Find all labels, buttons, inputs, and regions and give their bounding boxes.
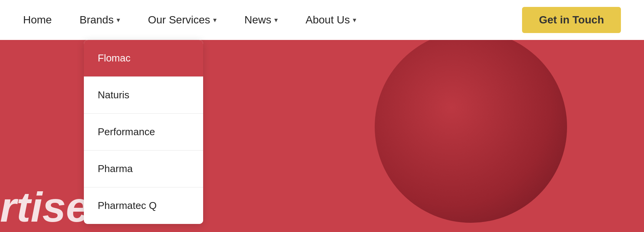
navbar: Home Brands ▾ Our Services ▾ News ▾ Abou… bbox=[0, 0, 644, 40]
dropdown-item[interactable]: Pharma bbox=[84, 151, 203, 187]
nav-about-us-label: About Us bbox=[305, 14, 350, 26]
nav-brands[interactable]: Brands ▾ bbox=[66, 0, 134, 40]
nav-news-label: News bbox=[244, 14, 271, 26]
nav-our-services[interactable]: Our Services ▾ bbox=[134, 0, 230, 40]
dropdown-item[interactable]: Performance bbox=[84, 114, 203, 151]
chevron-down-icon: ▾ bbox=[213, 16, 217, 24]
nav-our-services-label: Our Services bbox=[148, 14, 210, 26]
nav-about-us[interactable]: About Us ▾ bbox=[292, 0, 370, 40]
nav-home[interactable]: Home bbox=[23, 0, 66, 40]
nav-home-label: Home bbox=[23, 14, 52, 26]
brands-dropdown: FlomacNaturisPerformancePharmaPharmatec … bbox=[84, 40, 203, 224]
hero-text: rtise bbox=[0, 186, 89, 228]
nav-news[interactable]: News ▾ bbox=[230, 0, 292, 40]
dropdown-menu: FlomacNaturisPerformancePharmaPharmatec … bbox=[84, 40, 203, 224]
dropdown-item[interactable]: Pharmatec Q bbox=[84, 187, 203, 224]
nav-brands-label: Brands bbox=[80, 14, 114, 26]
hero-text-content: rtise bbox=[0, 186, 89, 228]
get-in-touch-button[interactable]: Get in Touch bbox=[522, 7, 621, 33]
chevron-down-icon: ▾ bbox=[353, 16, 356, 24]
chevron-down-icon: ▾ bbox=[274, 16, 278, 24]
dropdown-item[interactable]: Flomac bbox=[84, 40, 203, 77]
chevron-down-icon: ▾ bbox=[117, 16, 120, 24]
dropdown-item[interactable]: Naturis bbox=[84, 77, 203, 114]
